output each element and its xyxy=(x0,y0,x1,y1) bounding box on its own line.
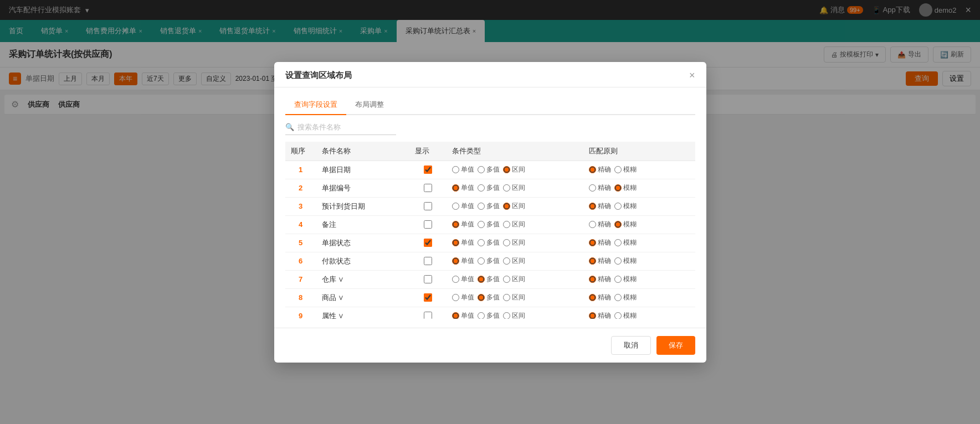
type-single-radio[interactable] xyxy=(452,257,459,265)
show-checkbox[interactable] xyxy=(424,257,432,265)
row-name: 备注 xyxy=(316,215,409,234)
th-type: 条件类型 xyxy=(447,142,583,161)
type-multi-radio[interactable] xyxy=(478,294,485,301)
match-fuzzy-radio[interactable] xyxy=(614,166,622,173)
settings-table-scroll: 顺序 条件名称 显示 条件类型 匹配原则 1 单据日期 xyxy=(285,142,695,312)
type-single-label: 单值 xyxy=(461,183,474,193)
match-exact-label: 精确 xyxy=(598,293,611,302)
row-match: 精确 模糊 xyxy=(583,161,695,179)
order-number: 6 xyxy=(299,257,302,265)
table-row: 6 付款状态 单值 多值 xyxy=(285,252,695,270)
row-type: 单值 多值 区间 xyxy=(447,161,583,179)
type-single-label: 单值 xyxy=(461,311,474,312)
type-multi-radio[interactable] xyxy=(478,221,485,228)
match-fuzzy-label: 模糊 xyxy=(623,256,637,266)
type-range-radio[interactable] xyxy=(503,257,510,265)
table-row: 7 仓库 ∨ 单值 多值 xyxy=(285,270,695,288)
type-single-radio[interactable] xyxy=(452,166,459,173)
type-multi-radio[interactable] xyxy=(478,184,485,192)
show-checkbox[interactable] xyxy=(424,220,432,229)
show-checkbox[interactable] xyxy=(424,184,432,192)
settings-table: 顺序 条件名称 显示 条件类型 匹配原则 1 单据日期 xyxy=(285,142,695,312)
type-single-label: 单值 xyxy=(461,256,474,266)
match-exact-radio[interactable] xyxy=(589,221,596,228)
type-range-label: 区间 xyxy=(512,220,525,229)
dialog-tabs: 查询字段设置 布局调整 xyxy=(285,96,695,115)
type-multi-label: 多值 xyxy=(486,165,500,174)
match-fuzzy-radio[interactable] xyxy=(614,276,622,283)
match-exact-radio[interactable] xyxy=(589,184,596,192)
show-checkbox[interactable] xyxy=(424,239,432,247)
type-single-radio[interactable] xyxy=(452,203,459,210)
match-exact-label: 精确 xyxy=(598,201,611,211)
type-range-radio[interactable] xyxy=(503,294,510,301)
match-exact-label: 精确 xyxy=(598,256,611,266)
match-fuzzy-radio[interactable] xyxy=(614,239,622,246)
type-range-radio[interactable] xyxy=(503,184,510,192)
order-number: 1 xyxy=(299,166,302,174)
type-single-radio[interactable] xyxy=(452,184,459,192)
type-multi-label: 多值 xyxy=(486,201,500,211)
type-single-label: 单值 xyxy=(461,201,474,211)
match-exact-radio[interactable] xyxy=(589,166,596,173)
type-range-radio[interactable] xyxy=(503,276,510,283)
table-row: 8 商品 ∨ 单值 多值 xyxy=(285,288,695,307)
type-multi-label: 多值 xyxy=(486,256,500,266)
row-match: 精确 模糊 xyxy=(583,288,695,307)
type-single-radio[interactable] xyxy=(452,239,459,246)
type-single-radio[interactable] xyxy=(452,221,459,228)
match-fuzzy-radio[interactable] xyxy=(614,184,622,192)
type-range-radio[interactable] xyxy=(503,203,510,210)
show-checkbox[interactable] xyxy=(424,202,432,210)
type-multi-radio[interactable] xyxy=(478,257,485,265)
table-row: 4 备注 单值 多值 xyxy=(285,215,695,234)
row-order: 8 xyxy=(285,288,316,307)
row-match: 精确 模糊 xyxy=(583,179,695,197)
match-fuzzy-label: 模糊 xyxy=(623,183,637,193)
search-input[interactable] xyxy=(297,123,386,131)
type-multi-label: 多值 xyxy=(486,311,500,312)
type-multi-radio[interactable] xyxy=(478,239,485,246)
type-range-label: 区间 xyxy=(512,311,525,312)
type-range-label: 区间 xyxy=(512,165,525,174)
show-checkbox[interactable] xyxy=(424,166,432,174)
type-range-radio[interactable] xyxy=(503,239,510,246)
match-fuzzy-radio[interactable] xyxy=(614,203,622,210)
row-type: 单值 多值 区间 xyxy=(447,252,583,270)
dialog-header: 设置查询区域布局 × xyxy=(274,62,706,87)
show-checkbox[interactable] xyxy=(424,275,432,283)
match-fuzzy-label: 模糊 xyxy=(623,238,637,247)
show-checkbox[interactable] xyxy=(424,293,432,302)
match-exact-radio[interactable] xyxy=(589,239,596,246)
type-range-label: 区间 xyxy=(512,201,525,211)
match-exact-radio[interactable] xyxy=(589,257,596,265)
row-order: 5 xyxy=(285,234,316,252)
type-range-radio[interactable] xyxy=(503,166,510,173)
row-order: 7 xyxy=(285,270,316,288)
dialog-close-button[interactable]: × xyxy=(689,70,695,81)
match-fuzzy-radio[interactable] xyxy=(614,257,622,265)
match-exact-radio[interactable] xyxy=(589,203,596,210)
type-multi-radio[interactable] xyxy=(478,166,485,173)
match-fuzzy-radio[interactable] xyxy=(614,221,622,228)
row-show xyxy=(409,270,447,288)
type-range-radio[interactable] xyxy=(503,221,510,228)
type-single-radio[interactable] xyxy=(452,276,459,283)
row-name: 属性 ∨ xyxy=(316,307,409,312)
dialog-tab-layout[interactable]: 布局调整 xyxy=(346,96,393,115)
row-match: 精确 模糊 xyxy=(583,197,695,215)
match-exact-label: 精确 xyxy=(598,165,611,174)
type-range-label: 区间 xyxy=(512,275,525,284)
match-fuzzy-label: 模糊 xyxy=(623,311,637,312)
row-type: 单值 多值 区间 xyxy=(447,288,583,307)
type-multi-radio[interactable] xyxy=(478,276,485,283)
dialog-tab-fields[interactable]: 查询字段设置 xyxy=(285,96,346,115)
match-exact-radio[interactable] xyxy=(589,294,596,301)
row-match: 精确 模糊 xyxy=(583,270,695,288)
match-fuzzy-label: 模糊 xyxy=(623,201,637,211)
match-exact-radio[interactable] xyxy=(589,276,596,283)
order-number: 2 xyxy=(299,184,302,192)
match-fuzzy-radio[interactable] xyxy=(614,294,622,301)
type-single-radio[interactable] xyxy=(452,294,459,301)
type-multi-radio[interactable] xyxy=(478,203,485,210)
